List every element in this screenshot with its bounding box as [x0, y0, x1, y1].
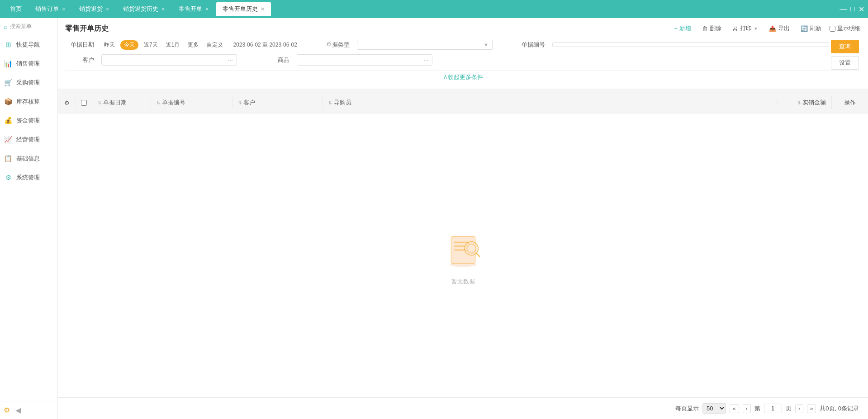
close-tab-sales-order[interactable]: ✕	[62, 6, 66, 12]
th-fill	[377, 100, 778, 105]
date-btn-yesterday[interactable]: 昨天	[101, 40, 118, 50]
filter-section: 零售开单历史 + + 新增 新增 🗑 删除 🖨 打印 ▼	[58, 18, 868, 89]
th-date[interactable]: ⇅ 单据日期	[92, 96, 151, 109]
sidebar-item-operations[interactable]: 📈 经营管理	[0, 130, 57, 149]
tab-bar: + 新增 首页 销售订单 ✕ 销货退货 ✕ 销货退货历史 ✕ 零售开单 ✕ 零售…	[0, 0, 868, 18]
date-btn-more[interactable]: 更多	[185, 40, 201, 50]
svg-line-8	[476, 253, 479, 257]
collapse-row[interactable]: ∧ 收起更多条件	[65, 70, 861, 84]
date-btn-today[interactable]: 今天	[120, 40, 138, 50]
maximize-icon[interactable]: □	[850, 5, 855, 13]
print-icon: 🖨	[732, 25, 738, 32]
refresh-button[interactable]: 🔄 刷新	[798, 23, 824, 34]
empty-illustration	[441, 225, 486, 270]
goods-input[interactable]: ···	[297, 54, 432, 66]
settings-col-icon: ⚙	[64, 99, 70, 106]
table-container: ⚙ ⇅ 单据日期 ⇅ 单据编号 ⇅ 客户 ⇅	[58, 92, 868, 419]
th-amount[interactable]: ⇅ 实销金额	[778, 96, 832, 109]
total-label: 共0页, 0条记录	[820, 405, 859, 413]
filters-left: 单据日期 昨天 今天 近7天 近1月 更多 自定义 2023-06-02 至 2…	[65, 40, 831, 70]
sidebar-bottom: ⚙ ◀	[0, 401, 57, 419]
customer-input[interactable]: ···	[101, 54, 237, 66]
type-select-arrow: ▼	[484, 42, 489, 47]
tab-home[interactable]: + 新增 首页	[4, 2, 28, 16]
content-area: 零售开单历史 + + 新增 新增 🗑 删除 🖨 打印 ▼	[58, 18, 868, 419]
th-customer[interactable]: ⇅ 客户	[232, 96, 323, 109]
th-action: 操作	[832, 96, 868, 109]
sidebar-item-finance[interactable]: 💰 资金管理	[0, 111, 57, 130]
collapse-label: 收起更多条件	[448, 73, 483, 81]
tab-retail-order[interactable]: 零售开单 ✕	[172, 2, 215, 16]
per-page-select[interactable]: 50 10 20 100	[702, 403, 726, 414]
prev-page-btn[interactable]: ‹	[743, 404, 751, 413]
sidebar-item-inventory[interactable]: 📦 库存核算	[0, 92, 57, 111]
type-label: 单据类型	[323, 41, 350, 49]
sort-customer-icon: ⇅	[238, 100, 242, 105]
sidebar-item-basic[interactable]: 📋 基础信息	[0, 149, 57, 168]
close-tab-sales-return-history[interactable]: ✕	[161, 6, 165, 12]
last-page-btn[interactable]: »	[807, 404, 816, 413]
tab-sales-order[interactable]: 销售订单 ✕	[29, 2, 72, 16]
filter-settings-button[interactable]: 设置	[831, 56, 859, 70]
filters-main: 单据日期 昨天 今天 近7天 近1月 更多 自定义 2023-06-02 至 2…	[65, 40, 861, 70]
close-tab-retail-order[interactable]: ✕	[205, 6, 209, 12]
first-page-btn[interactable]: «	[730, 404, 739, 413]
display-detail-input[interactable]	[830, 26, 835, 32]
sidebar-settings-icon[interactable]: ⚙	[4, 406, 10, 414]
tab-retail-order-history[interactable]: 零售开单历史 ✕	[216, 2, 271, 16]
svg-rect-4	[454, 245, 465, 247]
operations-icon: 📈	[4, 136, 13, 144]
th-guide[interactable]: ⇅ 导购员	[323, 96, 377, 109]
sidebar-item-system[interactable]: ⚙ 系统管理	[0, 168, 57, 187]
sidebar: ⌕ 搜索菜单 ⊞ 快捷导航 📊 销售管理 🛒 采购管理 📦 库存核算 💰 资金管…	[0, 18, 58, 419]
sidebar-collapse-icon[interactable]: ◀	[15, 406, 21, 414]
number-input[interactable]	[552, 42, 829, 47]
goods-dots[interactable]: ···	[423, 56, 428, 63]
display-detail-checkbox[interactable]: 显示明细	[830, 24, 861, 33]
tab-sales-return-history[interactable]: 销货退货历史 ✕	[117, 2, 171, 16]
collapse-icon: ∧	[443, 73, 448, 81]
sidebar-item-purchase[interactable]: 🛒 采购管理	[0, 73, 57, 92]
print-button[interactable]: 🖨 打印 ▼	[730, 23, 761, 34]
system-icon: ⚙	[4, 174, 13, 182]
window-close-icon[interactable]: ✕	[859, 5, 864, 14]
tab-sales-return[interactable]: 销货退货 ✕	[73, 2, 116, 16]
new-icon: +	[674, 25, 678, 32]
empty-state: 暂无数据	[58, 113, 868, 397]
filter-right-btns: 查询 设置	[831, 40, 861, 70]
page-input[interactable]	[764, 404, 782, 413]
search-icon: ⌕	[4, 23, 7, 30]
select-all-checkbox[interactable]	[81, 100, 87, 106]
sidebar-item-quicknav[interactable]: ⊞ 快捷导航	[0, 35, 57, 54]
query-button[interactable]: 查询	[831, 40, 859, 53]
finance-icon: 💰	[4, 117, 13, 125]
delete-button[interactable]: 🗑 删除	[699, 23, 724, 34]
th-number[interactable]: ⇅ 单据编号	[151, 96, 232, 109]
th-settings[interactable]: ⚙	[58, 97, 76, 109]
page-title: 零售开单历史	[65, 24, 109, 33]
window-controls: — □ ✕	[840, 5, 864, 14]
minimize-icon[interactable]: —	[840, 5, 847, 13]
sales-icon: 📊	[4, 60, 13, 68]
purchase-icon: 🛒	[4, 79, 13, 87]
refresh-icon: 🔄	[801, 25, 808, 32]
date-btn-custom[interactable]: 自定义	[204, 40, 226, 50]
sidebar-item-sales[interactable]: 📊 销售管理	[0, 54, 57, 73]
sort-number-icon: ⇅	[157, 100, 160, 105]
sidebar-search[interactable]: ⌕ 搜索菜单	[0, 18, 57, 35]
date-btn-7days[interactable]: 近7天	[141, 40, 161, 50]
th-checkbox[interactable]	[76, 97, 92, 108]
close-tab-retail-order-history[interactable]: ✕	[261, 6, 265, 12]
customer-dots[interactable]: ···	[228, 56, 233, 63]
table-header: ⚙ ⇅ 单据日期 ⇅ 单据编号 ⇅ 客户 ⇅	[58, 92, 868, 113]
next-page-btn[interactable]: ›	[795, 404, 803, 413]
close-tab-sales-return[interactable]: ✕	[105, 6, 109, 12]
new-button[interactable]: + + 新增 新增	[672, 23, 694, 34]
quicknav-icon: ⊞	[4, 41, 13, 49]
date-filter: 昨天 今天 近7天 近1月 更多 自定义	[101, 40, 226, 50]
date-btn-1month[interactable]: 近1月	[163, 40, 183, 50]
export-button[interactable]: 📤 导出	[766, 23, 792, 34]
filter-row-2: 客户 ··· 商品 ···	[65, 54, 831, 66]
type-select[interactable]: ▼	[357, 40, 493, 50]
empty-text: 暂无数据	[451, 278, 475, 286]
